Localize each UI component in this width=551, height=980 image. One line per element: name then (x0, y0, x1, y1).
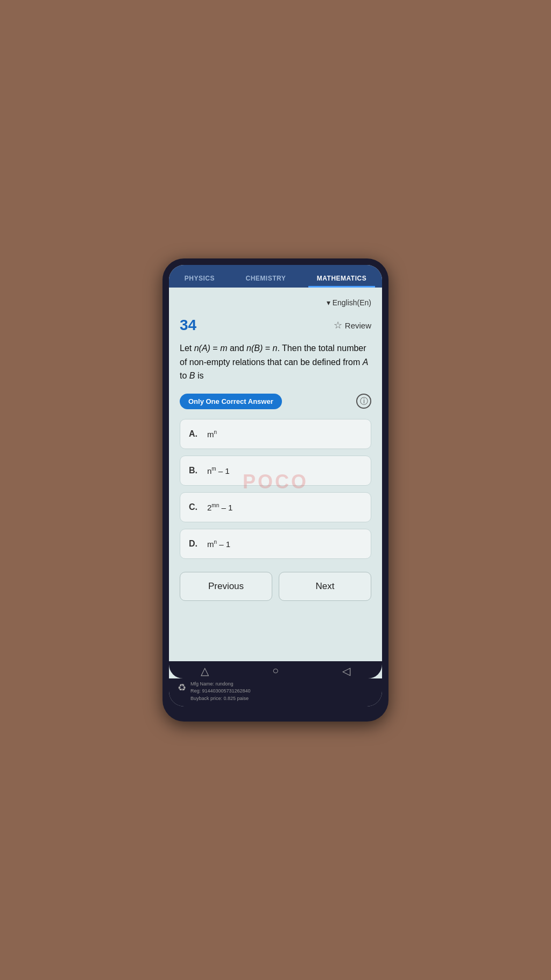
back-icon[interactable]: ◁ (342, 664, 350, 677)
option-a-label: A. (189, 429, 200, 439)
home-icon[interactable]: △ (201, 664, 209, 677)
language-label[interactable]: English(En) (333, 298, 371, 307)
device-info: ♻ Mfg Name: rundong Reg: 914403005731262… (169, 678, 382, 707)
options-container: POCO A. mn B. nm – 1 C. 2mn – 1 (180, 419, 371, 559)
buyback-label: Buyback price: 0.825 paise (190, 695, 251, 703)
answer-type-badge[interactable]: Only One Correct Answer (180, 394, 282, 409)
answer-type-row: Only One Correct Answer ⓘ (180, 394, 371, 409)
tab-physics[interactable]: PHYSICS (176, 270, 223, 288)
recycle-icon: ♻ (178, 682, 186, 694)
chevron-down-icon: ▾ (327, 298, 330, 307)
option-d-text: mn – 1 (207, 539, 230, 549)
option-a[interactable]: A. mn (180, 419, 371, 449)
option-d[interactable]: D. mn – 1 (180, 529, 371, 559)
review-button[interactable]: ☆ Review (334, 319, 371, 331)
question-header: 34 ☆ Review (180, 317, 371, 334)
nav-buttons: Previous Next (180, 572, 371, 601)
option-b-text: nm – 1 (207, 466, 230, 475)
next-button[interactable]: Next (279, 572, 371, 601)
option-c[interactable]: C. 2mn – 1 (180, 492, 371, 522)
language-selector[interactable]: ▾ English(En) (180, 298, 371, 307)
option-c-text: 2mn – 1 (207, 502, 232, 512)
question-number: 34 (180, 317, 196, 334)
previous-button[interactable]: Previous (180, 572, 272, 601)
top-navigation: PHYSICS CHEMISTRY MATHEMATICS (169, 265, 382, 288)
tab-mathematics[interactable]: MATHEMATICS (308, 270, 375, 288)
tab-chemistry[interactable]: CHEMISTRY (237, 270, 295, 288)
option-d-label: D. (189, 539, 200, 549)
star-icon: ☆ (334, 319, 342, 331)
question-text: Let n(A) = m and n(B) = n. Then the tota… (180, 341, 371, 383)
option-c-label: C. (189, 502, 200, 512)
device-info-text: Mfg Name: rundong Reg: 91440300573126284… (190, 681, 251, 703)
mfg-label: Mfg Name: rundong (190, 681, 251, 688)
review-label: Review (345, 321, 371, 330)
info-icon[interactable]: ⓘ (356, 394, 371, 409)
phone-screen: PHYSICS CHEMISTRY MATHEMATICS ▾ English(… (169, 265, 382, 706)
option-b[interactable]: B. nm – 1 (180, 456, 371, 486)
circle-icon[interactable]: ○ (272, 664, 279, 677)
option-a-text: mn (207, 429, 217, 439)
option-b-label: B. (189, 466, 200, 475)
phone-device: PHYSICS CHEMISTRY MATHEMATICS ▾ English(… (163, 258, 388, 722)
reg-label: Reg: 914403005731262840 (190, 688, 251, 695)
content-area: ▾ English(En) 34 ☆ Review Let n(A) = m a… (169, 288, 382, 661)
bottom-nav-bar: △ ○ ◁ (169, 661, 382, 678)
